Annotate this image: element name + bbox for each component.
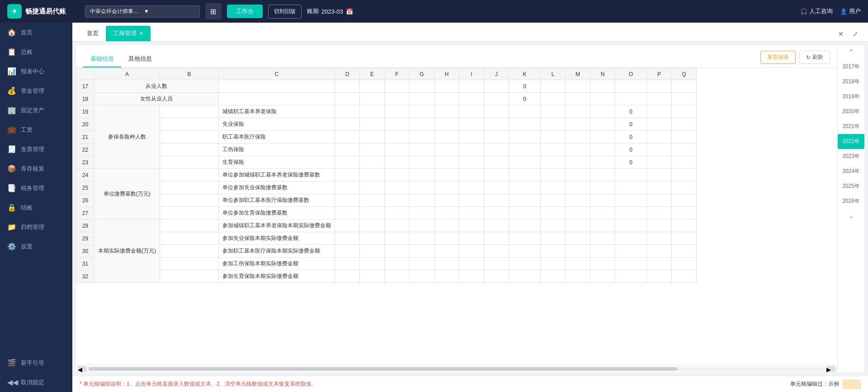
cell-20-j[interactable] — [484, 118, 509, 131]
cell-22-k[interactable] — [509, 143, 541, 156]
scroll-right-btn[interactable]: ▶ — [826, 366, 835, 372]
cell-31-f[interactable] — [385, 258, 410, 270]
cell-24-f[interactable] — [385, 169, 410, 182]
cell-32-f[interactable] — [385, 270, 410, 283]
cell-30-e[interactable] — [360, 245, 385, 258]
cell-27-i[interactable] — [459, 207, 484, 220]
cell-23-l[interactable] — [541, 156, 566, 169]
cell-31-g[interactable] — [410, 258, 434, 270]
cell-17-f[interactable] — [385, 80, 410, 93]
cell-32-q[interactable] — [672, 270, 697, 283]
cell-21-c[interactable]: 职工基本医疗保险 — [219, 131, 335, 143]
cell-24-d[interactable] — [335, 169, 360, 182]
cell-29-i[interactable] — [459, 232, 484, 245]
cell-21-m[interactable] — [566, 131, 590, 143]
cell-29-p[interactable] — [647, 232, 672, 245]
cell-28-g[interactable] — [410, 220, 434, 232]
cell-31-c[interactable]: 参加工伤保险本期实际缴费金额 — [219, 258, 335, 270]
ai-consult-button[interactable]: 🎧 人工咨询 — [800, 7, 833, 15]
cell-17-c[interactable] — [219, 80, 335, 93]
cell-29-k[interactable] — [509, 232, 541, 245]
cell-26-f[interactable] — [385, 194, 410, 207]
sidebar-item-settings[interactable]: ⚙️ 设置 — [0, 237, 72, 256]
cell-20-f[interactable] — [385, 118, 410, 131]
cell-26-i[interactable] — [459, 194, 484, 207]
window-maximize-icon[interactable]: ⤢ — [850, 29, 861, 39]
cell-23-f[interactable] — [385, 156, 410, 169]
sidebar-item-unpin[interactable]: ◀◀ 取消固定 — [0, 373, 72, 392]
sidebar-item-home[interactable]: 🏠 首页 — [0, 23, 72, 42]
cell-22-l[interactable] — [541, 143, 566, 156]
sidebar-item-invoice[interactable]: 🧾 发票管理 — [0, 139, 72, 159]
cell-24-l[interactable] — [541, 169, 566, 182]
cell-19-i[interactable] — [459, 105, 484, 118]
cell-25-q[interactable] — [672, 182, 697, 194]
year-down-nav[interactable]: ⌄ — [838, 209, 864, 223]
cell-26-k[interactable] — [509, 194, 541, 207]
cell-25-b[interactable] — [160, 182, 219, 194]
cell-32-e[interactable] — [360, 270, 385, 283]
cell-31-e[interactable] — [360, 258, 385, 270]
cell-24-m[interactable] — [566, 169, 590, 182]
cell-23-p[interactable] — [647, 156, 672, 169]
cell-25-c[interactable]: 单位参加失业保险缴费基数 — [219, 182, 335, 194]
cell-24-n[interactable] — [590, 169, 615, 182]
sidebar-item-close[interactable]: 🔒 结账 — [0, 198, 72, 217]
cell-20-n[interactable] — [590, 118, 615, 131]
cell-32-k[interactable] — [509, 270, 541, 283]
cell-17-e[interactable] — [360, 80, 385, 93]
cell-21-j[interactable] — [484, 131, 509, 143]
cell-23-m[interactable] — [566, 156, 590, 169]
sidebar-item-guide[interactable]: 🎬 新手引导 — [0, 353, 72, 373]
horizontal-scrollbar[interactable]: ◀ ▶ — [76, 365, 837, 372]
cell-17-h[interactable] — [434, 80, 459, 93]
cell-29-q[interactable] — [672, 232, 697, 245]
cell-22-g[interactable] — [410, 143, 434, 156]
cell-21-l[interactable] — [541, 131, 566, 143]
cell-17-k[interactable]: 0 — [509, 80, 541, 93]
cell-24-h[interactable] — [434, 169, 459, 182]
cell-29-j[interactable] — [484, 232, 509, 245]
cell-31-m[interactable] — [566, 258, 590, 270]
cell-31-k[interactable] — [509, 258, 541, 270]
cell-17-q[interactable] — [672, 80, 697, 93]
sidebar-item-assets[interactable]: 🏢 固定资产 — [0, 100, 72, 120]
cell-20-k[interactable] — [509, 118, 541, 131]
cell-19-h[interactable] — [434, 105, 459, 118]
cell-27-b[interactable] — [160, 207, 219, 220]
cell-19-q[interactable] — [672, 105, 697, 118]
cell-22-m[interactable] — [566, 143, 590, 156]
cell-28-q[interactable] — [672, 220, 697, 232]
cell-31-p[interactable] — [647, 258, 672, 270]
cell-30-o[interactable] — [615, 245, 647, 258]
cell-18-f[interactable] — [385, 93, 410, 105]
cell-30-f[interactable] — [385, 245, 410, 258]
cell-31-n[interactable] — [590, 258, 615, 270]
cell-24-k[interactable] — [509, 169, 541, 182]
refresh-button[interactable]: ↻ 刷新 — [799, 51, 830, 64]
cell-30-q[interactable] — [672, 245, 697, 258]
cell-32-h[interactable] — [434, 270, 459, 283]
cell-30-l[interactable] — [541, 245, 566, 258]
cell-19-k[interactable] — [509, 105, 541, 118]
cell-23-n[interactable] — [590, 156, 615, 169]
workbench-button[interactable]: 工作台 — [227, 5, 263, 18]
cell-20-o[interactable]: 0 — [615, 118, 647, 131]
cell-21-b[interactable] — [160, 131, 219, 143]
cell-19-m[interactable] — [566, 105, 590, 118]
cell-28-b[interactable] — [160, 220, 219, 232]
cell-27-m[interactable] — [566, 207, 590, 220]
cell-21-i[interactable] — [459, 131, 484, 143]
cell-29-m[interactable] — [566, 232, 590, 245]
cell-19-d[interactable] — [335, 105, 360, 118]
cell-20-i[interactable] — [459, 118, 484, 131]
cell-32-j[interactable] — [484, 270, 509, 283]
company-selector[interactable]: 中审众环会计师事务所（特殊普通合伙... ▼ — [85, 5, 200, 18]
sub-tab-other[interactable]: 其他信息 — [121, 51, 159, 67]
cell-28-n[interactable] — [590, 220, 615, 232]
cell-24-b[interactable] — [160, 169, 219, 182]
cell-27-c[interactable]: 单位参加生育保险缴费基数 — [219, 207, 335, 220]
cell-31-o[interactable] — [615, 258, 647, 270]
cell-28-p[interactable] — [647, 220, 672, 232]
cell-31-b[interactable] — [160, 258, 219, 270]
